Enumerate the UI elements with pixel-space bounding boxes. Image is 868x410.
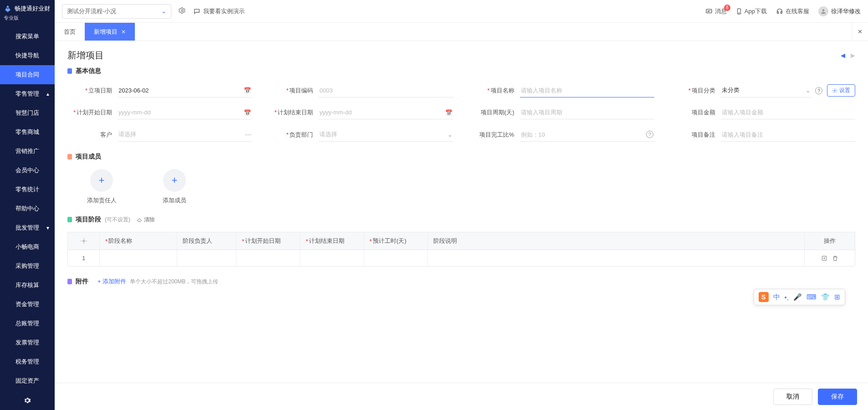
sidebar-item-finance[interactable]: 资金管理 [0,295,55,314]
customer-select[interactable]: 请选择 ⋯ [118,128,252,142]
sidebar-item-asset[interactable]: 固定资产 [0,371,55,390]
add-attachment-button[interactable]: + 添加附件 [98,277,126,286]
period-input[interactable] [520,106,654,119]
attachment-hint: 单个大小不超过200MB，可拖拽上传 [130,278,218,286]
add-member-button[interactable]: + 添加成员 [149,169,200,205]
ime-lang[interactable]: 中 [773,293,780,302]
brand-name: 畅捷通好业财 [15,5,50,13]
section-icon [67,154,72,159]
delete-icon[interactable] [832,255,838,261]
save-button[interactable]: 保存 [818,389,857,405]
ime-punct-icon[interactable]: •, [785,293,789,301]
context-settings-icon[interactable] [179,7,186,15]
tabbar: 首页 新增项目 ✕ ✕ [55,23,868,41]
ime-toolbar[interactable]: S 中 •, 🎤 ⌨ 👕 ⊞ [754,289,845,305]
chevron-down-icon[interactable]: ⌄ [447,131,452,138]
folder-icon [67,279,72,284]
topbar: 测试分开流程-小况 ⌄ 我要看实例演示 消息 8 App下载 [55,0,868,23]
row-actions[interactable] [805,250,855,266]
help-icon[interactable]: ? [646,131,653,138]
plus-icon: + [90,169,113,192]
sidebar-item-retail-stats[interactable]: 零售统计 [0,180,55,199]
plan-end-input[interactable]: 📅 [318,106,453,119]
progress-input[interactable]: ? [520,128,654,142]
sidebar-item-help[interactable]: 帮助中心 [0,199,55,218]
sidebar-item-retail[interactable]: 零售管理▲ [0,84,55,103]
chevron-down-icon[interactable]: ⌄ [806,87,811,94]
sidebar-item-member[interactable]: 会员中心 [0,161,55,180]
user-menu[interactable]: 徐泽华修改 [818,6,861,16]
gear-icon [24,397,31,404]
sidebar-item-ledger[interactable]: 总账管理 [0,314,55,333]
settings-button[interactable]: 设置 [827,84,855,97]
table-row[interactable]: 1 [68,250,855,266]
plus-icon: + [163,169,186,192]
more-icon[interactable]: ⋯ [245,131,251,138]
section-members: 项目成员 + 添加责任人 + 添加成员 [67,153,855,205]
gear-icon [832,88,837,93]
sidebar-item-purchase[interactable]: 采购管理 [0,256,55,276]
sidebar-item-marketing[interactable]: 营销推广 [0,142,55,161]
microphone-icon[interactable]: 🎤 [793,293,802,301]
remark-input[interactable] [721,128,855,142]
cancel-button[interactable]: 取消 [773,389,812,405]
col-plan-end: *计划结束日期 [300,232,364,250]
prev-record-button[interactable]: ◀ [841,52,845,59]
section-icon [67,68,72,74]
sidebar-item-contract[interactable]: 项目合同 [0,65,55,84]
grid-icon[interactable]: ⊞ [834,293,840,301]
col-action: 操作 [805,232,855,250]
table-settings-button[interactable] [68,232,100,250]
logo-icon [4,5,12,13]
sidebar-item-tax[interactable]: 税务管理 [0,352,55,371]
message-icon [705,8,713,15]
department-select[interactable]: 请选择 ⌄ [318,128,453,142]
create-date-input[interactable]: 2023-06-02 📅 [118,84,252,97]
skin-icon[interactable]: 👕 [821,293,830,301]
support-button[interactable]: 在线客服 [776,7,809,15]
demo-link[interactable]: 我要看实例演示 [193,7,245,15]
project-category-select[interactable]: 未分类 ⌄ [721,83,812,97]
col-stage-owner: 阶段负责人 [177,232,236,250]
clear-stages-button[interactable]: 清除 [137,216,155,224]
sidebar-item-ecommerce[interactable]: 小畅电商 [0,237,55,256]
sidebar-item-invoice[interactable]: 发票管理 [0,333,55,352]
sidebar-search-menu[interactable]: 搜索菜单 [0,27,55,46]
project-name-input[interactable] [520,84,654,97]
user-name: 徐泽华修改 [831,7,861,15]
svg-point-3 [739,12,739,13]
page-title: 新增项目 [67,49,841,62]
close-all-tabs[interactable]: ✕ [852,23,868,41]
plan-start-input[interactable]: 📅 [118,106,252,119]
help-icon[interactable]: ? [815,87,822,94]
headset-icon [776,8,783,15]
calendar-icon[interactable]: 📅 [445,109,452,116]
message-badge: 8 [724,5,730,11]
section-attachments: 附件 + 添加附件 单个大小不超过200MB，可拖拽上传 [67,277,855,286]
sidebar-item-retail-mall[interactable]: 零售商城 [0,123,55,142]
amount-input[interactable] [721,106,855,119]
col-hours: *预计工时(天) [364,232,428,250]
section-basic: 基本信息 *立项日期 2023-06-02 📅 *项目编码 0003 [67,67,855,142]
context-switcher[interactable]: 测试分开流程-小况 ⌄ [62,4,171,19]
calendar-icon[interactable]: 📅 [244,109,251,116]
sidebar-settings[interactable] [0,392,55,410]
sidebar-item-smart-store[interactable]: 智慧门店 [0,103,55,123]
section-stages: 项目阶段 (可不设置) 清除 *阶段名称 阶段负责人 *计划开始日期 [67,215,855,266]
svg-point-5 [834,90,836,91]
insert-icon[interactable] [821,255,827,261]
close-icon[interactable]: ✕ [121,29,126,35]
stage-table: *阶段名称 阶段负责人 *计划开始日期 *计划结束日期 *预计工时(天) 阶段说… [67,232,855,266]
phone-icon [736,8,742,15]
tab-new-project[interactable]: 新增项目 ✕ [85,23,135,41]
add-owner-button[interactable]: + 添加责任人 [77,169,127,205]
messages-button[interactable]: 消息 8 [705,7,727,15]
sidebar-item-inventory[interactable]: 库存核算 [0,276,55,295]
sidebar-quick-nav[interactable]: 快捷导航 [0,46,55,65]
project-code-input[interactable]: 0003 [318,84,453,97]
keyboard-icon[interactable]: ⌨ [806,293,817,301]
calendar-icon[interactable]: 📅 [244,87,251,94]
app-download-button[interactable]: App下载 [736,7,767,15]
tab-home[interactable]: 首页 [55,23,85,41]
sidebar-item-wholesale[interactable]: 批发管理▼ [0,218,55,237]
